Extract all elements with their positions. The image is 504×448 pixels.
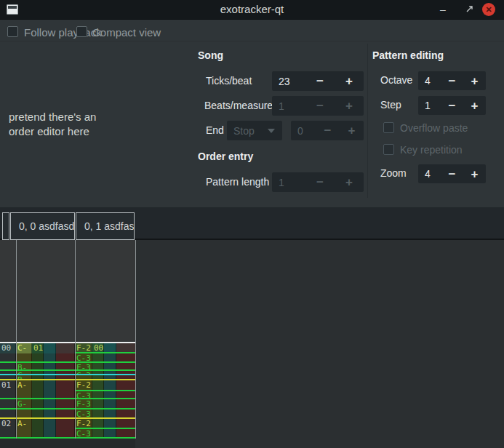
plus-icon[interactable]: + [463, 165, 486, 183]
effect-cell[interactable] [56, 343, 75, 353]
chevron-down-icon [268, 129, 275, 133]
app-window: exotracker-qt – ✕ Follow playback Compac… [0, 0, 504, 448]
end-mode-dropdown: Stop [227, 121, 282, 140]
follow-playback-checkbox[interactable] [7, 26, 18, 37]
plus-icon: + [335, 97, 364, 115]
effect-cell[interactable] [56, 419, 75, 429]
plus-icon[interactable]: + [463, 72, 486, 90]
row-number-cell: 02 [0, 419, 16, 429]
end-spinbox: 0 − + [291, 121, 364, 140]
pattern-row[interactable]: C-3 [0, 353, 135, 363]
overflow-paste-checkbox [383, 122, 394, 133]
panel-divider [367, 44, 368, 198]
compact-view-label[interactable]: Compact view [92, 26, 161, 39]
step-value: 1 [418, 100, 441, 111]
close-button[interactable]: ✕ [482, 3, 495, 16]
beat-line [0, 398, 135, 399]
minimize-icon: – [440, 4, 446, 15]
close-icon: ✕ [485, 5, 492, 14]
beat-line [75, 390, 135, 391]
plus-icon[interactable]: + [335, 72, 364, 90]
titlebar: exotracker-qt – ✕ [0, 0, 504, 20]
order-editor-placeholder-line2: order editor here [9, 124, 96, 139]
end-mode-value: Stop [227, 125, 268, 137]
instrument-cell[interactable] [32, 419, 44, 429]
note-cell[interactable]: C-5 [16, 343, 32, 353]
minus-icon[interactable]: − [441, 165, 463, 183]
zoom-value: 4 [418, 168, 441, 180]
effect-cell[interactable] [56, 380, 75, 391]
note-cell[interactable]: A-4 [16, 380, 32, 391]
note-cell[interactable]: A-4 [16, 419, 32, 429]
pattern-header-strip: 0, 0 asdfasdf 0, 1 asdfasdf [0, 207, 504, 240]
beat-line [0, 437, 135, 439]
plus-icon[interactable]: + [463, 97, 486, 115]
beat-line [0, 408, 135, 409]
pattern-row[interactable]: C-3 [0, 409, 135, 419]
minimize-button[interactable]: – [435, 2, 451, 17]
order-editor-placeholder-line1: pretend there's an [9, 110, 96, 124]
minus-icon: − [305, 173, 335, 191]
volume-cell[interactable] [44, 380, 56, 391]
compact-view-checkbox[interactable] [76, 26, 87, 37]
channel-divider [75, 240, 76, 439]
step-spinbox[interactable]: 1 − + [418, 96, 486, 115]
song-section-title: Song [198, 49, 223, 61]
pattern-row[interactable]: C-3 [0, 391, 135, 399]
beats-per-measure-label: Beats/measure [204, 100, 273, 111]
pattern-length-label: Pattern length [206, 176, 269, 188]
pattern-editor[interactable]: 00C-501F-200C-3B-4F-3C-5C-3B-401A-4F-2C-… [0, 240, 504, 448]
plus-icon: + [335, 173, 364, 191]
step-label: Step [380, 99, 401, 111]
order-editor-placeholder: pretend there's an order editor here [9, 110, 96, 139]
row-number-header [2, 212, 9, 240]
ticks-per-beat-value: 23 [272, 76, 305, 87]
toolbar: Follow playback Compact view [0, 20, 504, 41]
instrument-cell[interactable] [32, 380, 44, 391]
maximize-button[interactable] [461, 2, 477, 17]
pattern-row[interactable]: B-4 [0, 375, 135, 380]
channel-divider [16, 240, 17, 439]
pattern-row[interactable]: C-5C-3 [0, 371, 135, 375]
beat-line [0, 417, 135, 419]
pattern-editing-section-title: Pattern editing [372, 49, 444, 61]
pattern-bottom-strip [0, 439, 135, 448]
channel-header-1[interactable]: 0, 1 asdfasdf [76, 212, 135, 240]
channel-header-0[interactable]: 0, 0 asdfasdf [10, 212, 75, 240]
volume-cell[interactable] [44, 343, 56, 353]
minus-icon[interactable]: − [441, 72, 463, 90]
pattern-row[interactable]: C-3 [0, 429, 135, 439]
pattern-row[interactable]: 01A-4F-2 [0, 380, 135, 391]
plus-icon: + [340, 121, 364, 140]
volume-cell[interactable] [44, 419, 56, 429]
end-value: 0 [291, 125, 316, 137]
playback-line [0, 374, 135, 375]
pattern-row[interactable]: 02A-4F-2 [0, 419, 135, 429]
pattern-row[interactable]: 00C-501F-200 [0, 343, 135, 353]
minus-icon: − [316, 121, 340, 140]
row-number-cell: 01 [0, 380, 16, 391]
minus-icon[interactable]: − [305, 72, 335, 90]
key-repetition-label: Key repetition [400, 144, 463, 156]
maximize-icon [465, 5, 473, 13]
row-number-cell: 00 [0, 343, 16, 353]
pattern-rows: 00C-501F-200C-3B-4F-3C-5C-3B-401A-4F-2C-… [0, 342, 135, 439]
window-title: exotracker-qt [0, 3, 504, 15]
zoom-label: Zoom [380, 167, 407, 179]
zoom-spinbox[interactable]: 4 − + [418, 164, 486, 183]
follow-playback-label[interactable]: Follow playback [24, 26, 102, 39]
pattern-row[interactable]: B-4F-3 [0, 363, 135, 371]
beat-line [75, 352, 135, 353]
beat-line [0, 361, 135, 363]
instrument-cell[interactable]: 01 [32, 343, 44, 353]
beats-per-measure-value: 1 [272, 100, 305, 112]
octave-spinbox[interactable]: 4 − + [418, 71, 486, 90]
order-entry-section-title: Order entry [198, 151, 253, 162]
minus-icon: − [305, 97, 335, 115]
end-label: End [206, 124, 224, 136]
channel-divider [135, 240, 136, 439]
ticks-per-beat-spinbox[interactable]: 23 − + [272, 71, 364, 91]
pattern-row[interactable]: G-4F-3 [0, 399, 135, 409]
minus-icon[interactable]: − [441, 97, 463, 115]
beat-line [0, 379, 135, 380]
